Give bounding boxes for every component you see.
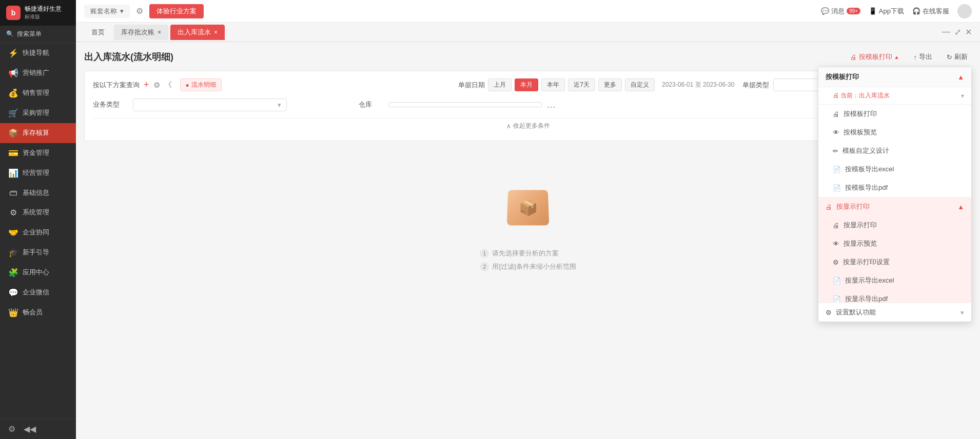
filter-date-group: 单据日期 上月 本月 本年 近7天 更多 自定义 2023-06-01 至 20…: [458, 78, 734, 91]
sidebar-item-system[interactable]: ⚙系统管理: [0, 203, 76, 223]
industry-solution-button[interactable]: 体验行业方案: [149, 4, 204, 18]
dropdown-header: 按模板打印 ▲: [818, 67, 971, 87]
gear-scheme-icon[interactable]: ⚙: [153, 81, 160, 90]
phone-icon: 📱: [869, 7, 877, 15]
printer-icon-d: 🖨: [833, 222, 839, 229]
export-icon: ↑: [914, 53, 917, 61]
tab-controls: — ⤢ ✕: [942, 27, 972, 37]
expand-icon[interactable]: ⤢: [954, 27, 961, 37]
dropdown-scroll: 🖨 当前：出入库流水 ▾ 🖨 按模板打印 👁 按模板预览: [818, 87, 971, 303]
nav-label-basic: 基础信息: [23, 188, 49, 197]
display-print-settings-item[interactable]: ⚙ 按显示打印设置: [818, 253, 971, 271]
sidebar-item-member[interactable]: 👑畅会员: [0, 303, 76, 323]
biz-type-selector[interactable]: ▾: [133, 98, 287, 111]
topbar-right: 💬 消息 99+ 📱 App下载 🎧 在线客服: [821, 4, 972, 18]
nav-label-finance: 资金管理: [23, 148, 49, 157]
tab-stock-flow[interactable]: 出入库流水 ×: [170, 25, 225, 40]
account-switcher[interactable]: 账套名称 ▾: [84, 5, 130, 18]
display-export-pdf-item[interactable]: 📄 按显示导出pdf: [818, 290, 971, 303]
collapse-scheme-icon[interactable]: 《: [164, 80, 172, 90]
company-name: 畅捷通好生意: [25, 5, 62, 13]
display-print-group-header[interactable]: 🖨 按显示打印 ▲: [818, 197, 971, 216]
template-preview-item[interactable]: 👁 按模板预览: [818, 123, 971, 142]
current-value: 当前：出入库流水: [840, 92, 890, 99]
nav-label-member: 畅会员: [23, 308, 43, 317]
sidebar-item-apps[interactable]: 🧩应用中心: [0, 263, 76, 283]
tab-stock-flow-close[interactable]: ×: [214, 29, 218, 36]
message-button[interactable]: 💬 消息 99+: [821, 7, 860, 16]
display-preview-item[interactable]: 👁 按显示预览: [818, 234, 971, 253]
export-button[interactable]: ↑ 导出: [910, 50, 937, 64]
template-print-item[interactable]: 🖨 按模板打印: [818, 105, 971, 123]
sidebar-item-basic[interactable]: 🗃基础信息: [0, 183, 76, 203]
pill-more[interactable]: 更多: [598, 78, 622, 91]
hint-number-2: 2: [480, 262, 489, 271]
nav-icon-collab: 🤝: [8, 228, 18, 237]
tab-inventory-batch[interactable]: 库存批次账 ×: [114, 25, 168, 40]
minimize-icon[interactable]: —: [942, 27, 950, 37]
sidebar-item-operations[interactable]: 📊经营管理: [0, 163, 76, 183]
dropdown-chevron-icon[interactable]: ▲: [957, 73, 964, 81]
settings-icon[interactable]: ⚙: [8, 424, 15, 434]
message-badge: 99+: [847, 8, 860, 14]
sidebar-item-purchase[interactable]: 🛒采购管理: [0, 103, 76, 123]
sidebar-item-finance[interactable]: 💳资金管理: [0, 143, 76, 163]
date-range-display: 2023-06-01 至 2023-06-30: [662, 81, 734, 89]
sidebar-item-sales[interactable]: 💰销售管理: [0, 83, 76, 103]
chevron-up-active-icon: ▲: [957, 203, 964, 211]
pill-last-7-days[interactable]: 近7天: [568, 78, 595, 91]
pill-custom[interactable]: 自定义: [625, 78, 655, 91]
pill-this-month[interactable]: 本月: [515, 78, 538, 91]
online-service-label: 在线客服: [923, 7, 949, 16]
template-print-button[interactable]: 🖨 按模板打印 ▲: [846, 50, 904, 64]
nav-icon-sales: 💰: [8, 88, 18, 98]
sidebar-item-inventory[interactable]: 📦库存核算: [0, 123, 76, 143]
close-window-icon[interactable]: ✕: [965, 27, 972, 37]
display-export-excel-item[interactable]: 📄 按显示导出excel: [818, 271, 971, 290]
hint-2: 2 用[过滤]条件来缩小分析范围: [480, 262, 576, 271]
edit-icon: ✏: [833, 147, 838, 155]
sidebar-item-guide[interactable]: 🎓新手引导: [0, 243, 76, 263]
sidebar-item-wechat[interactable]: 💬企业微信: [0, 283, 76, 303]
warehouse-selector[interactable]: [388, 102, 542, 107]
template-custom-design-item[interactable]: ✏ 模板自定义设计: [818, 142, 971, 160]
sidebar-item-quicknav[interactable]: ⚡快捷导航: [0, 43, 76, 63]
nav-icon-marketing: 📢: [8, 68, 18, 78]
refresh-button[interactable]: ↻ 刷新: [943, 50, 972, 64]
template-export-excel-item[interactable]: 📄 按模板导出excel: [818, 160, 971, 178]
active-scheme-tag[interactable]: ● 流水明细: [180, 78, 222, 91]
display-print-item[interactable]: 🖨 按显示打印: [818, 216, 971, 234]
settings-icon-d: ⚙: [833, 258, 839, 266]
set-default-button[interactable]: ⚙ 设置默认功能 ▾: [818, 303, 971, 322]
print-dropdown-panel: 按模板打印 ▲ 🖨 当前：出入库流水 ▾ �: [818, 67, 972, 322]
pill-this-year[interactable]: 本年: [541, 78, 565, 91]
app-download-button[interactable]: 📱 App下载: [869, 7, 904, 16]
logo-area: b 畅捷通好生意 标准版: [0, 0, 76, 26]
date-label: 单据日期: [458, 81, 485, 90]
tab-inventory-batch-close[interactable]: ×: [158, 29, 161, 36]
user-avatar[interactable]: [957, 4, 972, 18]
nav-icon-member: 👑: [8, 308, 18, 317]
scheme-tag-label: 流水明细: [191, 81, 216, 89]
nav-label-apps: 应用中心: [23, 268, 49, 277]
chevron-down-footer-icon: ▾: [961, 309, 964, 316]
hint-1: 1 请先选择要分析的方案: [480, 249, 576, 258]
tab-home[interactable]: 首页: [84, 25, 112, 40]
scheme-dot: ●: [186, 82, 189, 89]
collapse-icon[interactable]: ◀◀: [24, 424, 36, 434]
scheme-selector: 按以下方案查询 + ⚙ 《: [93, 79, 172, 90]
search-icon: 🔍: [6, 30, 14, 37]
nav-label-marketing: 营销推广: [23, 68, 49, 77]
tab-bar: 首页 库存批次账 × 出入库流水 × — ⤢ ✕: [76, 23, 980, 42]
online-service-button[interactable]: 🎧 在线客服: [912, 7, 949, 16]
warehouse-more-icon[interactable]: …: [546, 99, 556, 110]
search-menu[interactable]: 🔍 搜索菜单: [0, 26, 76, 43]
edition-label: 标准版: [25, 13, 62, 21]
settings-gear-icon[interactable]: ⚙: [136, 6, 143, 16]
sidebar-item-collab[interactable]: 🤝企业协同: [0, 223, 76, 243]
pill-last-month[interactable]: 上月: [488, 78, 512, 91]
sidebar-item-marketing[interactable]: 📢营销推广: [0, 63, 76, 83]
printer-icon: 🖨: [850, 53, 857, 61]
template-export-pdf-item[interactable]: 📄 按模板导出pdf: [818, 178, 971, 197]
add-scheme-icon[interactable]: +: [144, 79, 149, 90]
